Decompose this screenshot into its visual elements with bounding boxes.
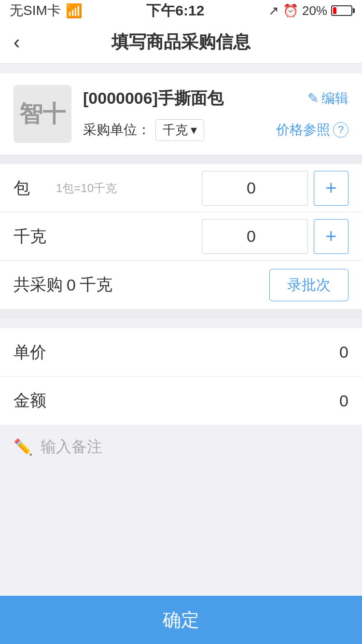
amount-row: 金额 0 (0, 377, 362, 425)
unit-price-label: 单价 (14, 341, 46, 364)
back-button[interactable]: ‹ (14, 31, 20, 53)
status-right: ↗ ⏰ 20% (268, 3, 352, 18)
battery-fill (333, 7, 336, 14)
edit-label: 编辑 (321, 89, 348, 108)
bao-input-row: 包 1包=10千克 + (0, 164, 362, 212)
nav-bar: ‹ 填写商品采购信息 (0, 21, 362, 64)
product-unit-row: 采购单位： 千克 ▾ 价格参照 ? (83, 119, 348, 141)
unit-value: 千克 (163, 122, 188, 139)
kg-plus-icon: + (325, 225, 336, 247)
price-ref-button[interactable]: 价格参照 ? (276, 121, 348, 139)
unit-label: 采购单位： (83, 121, 151, 139)
bao-plus-icon: + (325, 177, 336, 199)
bao-label: 包 (14, 177, 52, 199)
summary-unit: 千克 (80, 274, 112, 296)
confirm-button[interactable]: 确定 (0, 596, 362, 644)
kg-input-wrapper: + (52, 219, 348, 254)
confirm-label: 确定 (163, 608, 199, 632)
input-section: 包 1包=10千克 + 千克 + (0, 164, 362, 261)
price-ref-label: 价格参照 (276, 121, 330, 139)
pencil-icon: ✏️ (14, 438, 33, 456)
battery-percent: 20% (302, 3, 327, 18)
summary-label: 共采购 (14, 274, 63, 296)
edit-icon: ✎ (307, 90, 319, 106)
remark-placeholder: 输入备注 (41, 436, 102, 458)
amount-label: 金额 (14, 390, 46, 412)
unit-price-row: 单价 0 (0, 328, 362, 377)
remark-section[interactable]: ✏️ 输入备注 (0, 425, 362, 469)
bao-plus-button[interactable]: + (314, 171, 348, 206)
product-card: 智十 [0000006]手撕面包 ✎ 编辑 采购单位： 千克 ▾ 价格参照 ? (0, 73, 362, 154)
kg-input-row: 千克 + (0, 212, 362, 261)
bao-input[interactable] (202, 171, 308, 206)
page-title: 填写商品采购信息 (111, 30, 251, 54)
section-divider-2 (0, 309, 362, 319)
wifi-icon: 📶 (66, 3, 83, 19)
unit-dropdown-icon: ▾ (191, 123, 197, 138)
kg-plus-button[interactable]: + (314, 219, 348, 254)
back-icon: ‹ (14, 31, 20, 53)
status-time: 下午6:12 (146, 1, 204, 21)
help-icon: ? (333, 122, 348, 138)
product-logo: 智十 (19, 98, 66, 129)
record-batch-button[interactable]: 录批次 (269, 269, 348, 301)
location-icon: ↗ (268, 3, 279, 18)
edit-button[interactable]: ✎ 编辑 (307, 89, 348, 108)
battery-icon (331, 5, 352, 16)
carrier-label: 无SIM卡 (10, 1, 61, 20)
summary-value: 0 (67, 276, 76, 294)
bao-input-wrapper: + (117, 171, 348, 206)
bao-sub-label: 1包=10千克 (56, 181, 117, 196)
product-name: [0000006]手撕面包 (83, 87, 223, 110)
product-info: [0000006]手撕面包 ✎ 编辑 采购单位： 千克 ▾ 价格参照 ? (83, 87, 348, 141)
alarm-icon: ⏰ (283, 3, 298, 18)
product-image: 智十 (14, 85, 71, 143)
kg-input[interactable] (202, 219, 308, 254)
price-section: 单价 0 金额 0 (0, 328, 362, 425)
status-bar: 无SIM卡 📶 下午6:12 ↗ ⏰ 20% (0, 0, 362, 21)
section-divider-1 (0, 154, 362, 164)
summary-section: 共采购 0 千克 录批次 (0, 261, 362, 309)
product-name-row: [0000006]手撕面包 ✎ 编辑 (83, 87, 348, 110)
unit-price-value: 0 (339, 343, 348, 362)
unit-select[interactable]: 千克 ▾ (155, 119, 204, 141)
summary-row: 共采购 0 千克 录批次 (0, 261, 362, 309)
amount-value: 0 (339, 392, 348, 410)
summary-text: 共采购 0 千克 (14, 274, 112, 296)
kg-label: 千克 (14, 225, 52, 248)
status-left: 无SIM卡 📶 (10, 1, 83, 20)
